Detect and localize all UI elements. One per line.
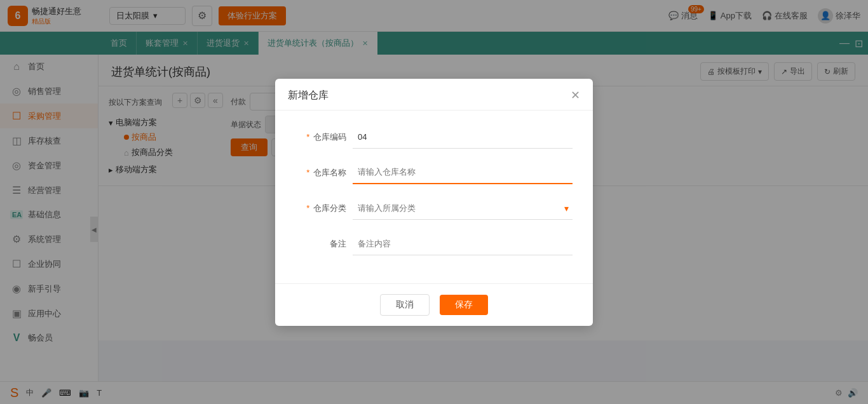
modal-close-button[interactable]: ✕ xyxy=(571,90,580,101)
form-category-input[interactable] xyxy=(353,197,573,220)
form-code-label: * 仓库编码 xyxy=(295,131,346,143)
form-row-category: * 仓库分类 ▾ xyxy=(295,197,573,220)
modal-title: 新增仓库 xyxy=(288,89,329,102)
modal-footer: 取消 保存 xyxy=(275,283,593,326)
required-star-category: * xyxy=(306,203,309,213)
modal-new-warehouse: 新增仓库 ✕ * 仓库编码 * 仓库名称 xyxy=(275,79,593,326)
form-category-select-wrap: ▾ xyxy=(353,197,573,220)
modal-overlay[interactable]: 新增仓库 ✕ * 仓库编码 * 仓库名称 xyxy=(0,0,868,404)
form-row-name: * 仓库名称 xyxy=(295,161,573,184)
save-button[interactable]: 保存 xyxy=(440,295,488,315)
form-note-input[interactable] xyxy=(353,232,573,255)
form-name-label: * 仓库名称 xyxy=(295,167,346,178)
form-row-note: 备注 xyxy=(295,232,573,255)
modal-body: * 仓库编码 * 仓库名称 * 仓库分类 xyxy=(275,111,593,283)
form-row-code: * 仓库编码 xyxy=(295,126,573,149)
required-star-name: * xyxy=(306,168,309,177)
form-name-input[interactable] xyxy=(353,161,573,184)
required-star-code: * xyxy=(306,132,309,142)
form-code-input[interactable] xyxy=(353,126,573,149)
form-note-label: 备注 xyxy=(295,238,346,250)
modal-header: 新增仓库 ✕ xyxy=(275,79,593,111)
cancel-button[interactable]: 取消 xyxy=(380,294,430,316)
category-chevron-icon: ▾ xyxy=(564,203,569,213)
form-category-label: * 仓库分类 xyxy=(295,203,346,214)
